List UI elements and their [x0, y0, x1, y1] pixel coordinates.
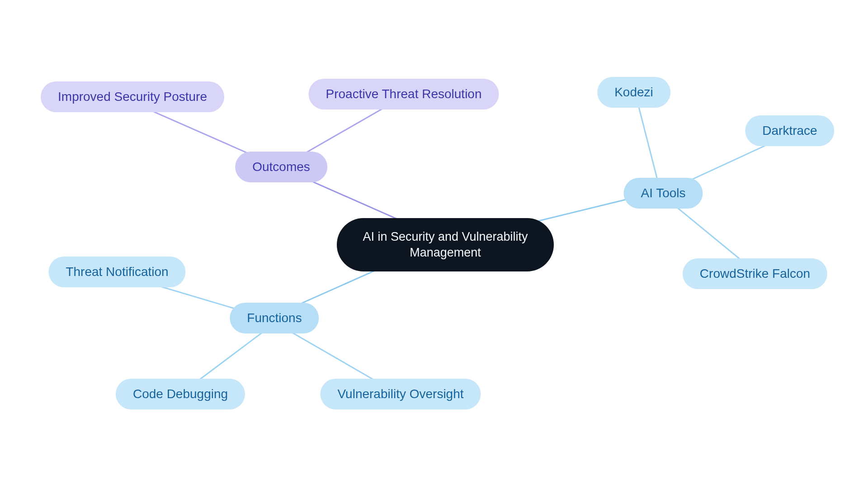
node-ai-tools[interactable]: AI Tools: [623, 178, 703, 209]
node-functions[interactable]: Functions: [230, 303, 319, 333]
mindmap-canvas: AI in Security and Vulnerability Managem…: [0, 0, 868, 490]
node-vulnerability-oversight[interactable]: Vulnerability Oversight: [320, 379, 481, 409]
node-kodezi[interactable]: Kodezi: [597, 77, 670, 108]
node-darktrace[interactable]: Darktrace: [745, 115, 834, 146]
node-code-debugging[interactable]: Code Debugging: [116, 379, 245, 409]
node-improved-security-posture[interactable]: Improved Security Posture: [41, 81, 224, 112]
node-threat-notification[interactable]: Threat Notification: [48, 257, 185, 287]
node-crowdstrike-falcon[interactable]: CrowdStrike Falcon: [683, 258, 827, 289]
node-proactive-threat-resolution[interactable]: Proactive Threat Resolution: [309, 79, 499, 109]
svg-line-8: [637, 102, 660, 190]
node-center[interactable]: AI in Security and Vulnerability Managem…: [337, 218, 554, 271]
node-outcomes[interactable]: Outcomes: [235, 152, 327, 182]
